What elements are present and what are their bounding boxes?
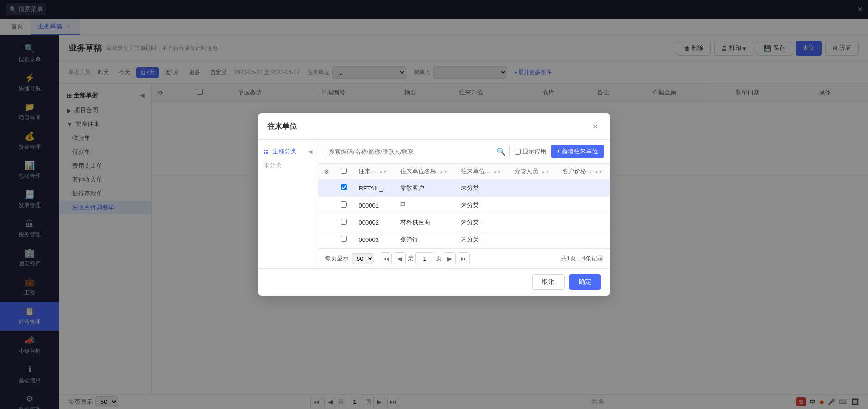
row-assignee-cell [509,231,557,248]
dialog-col-assignee: 分管人员 ▲▼ [509,164,557,180]
dialog-col-category: 往来单位... ▲▼ [455,164,509,180]
dialog-search-box[interactable]: 🔍 [325,145,510,158]
dialog-pagination: ⏮ ◀ 第 页 ▶ ⏭ [380,252,470,264]
row-price-cell [557,180,610,197]
dialog-tree-all[interactable]: 全部分类 ◀ [258,144,318,159]
row-price-cell [557,197,610,214]
dialog-table-row[interactable]: 000001 甲 未分类 [318,197,610,214]
dialog-table-row[interactable]: RETAIL_... 零散客户 未分类 [318,180,610,197]
row-settings-cell [318,231,335,248]
row-settings-cell [318,197,335,214]
dialog-per-page-select[interactable]: 50 [352,253,374,264]
show-disabled-label: 显示停用 [522,147,547,156]
dialog-col-code: 往来... ▲▼ [353,164,395,180]
row-name-cell: 零散客户 [395,180,455,197]
add-partner-label: + 新增往来单位 [557,147,598,156]
cancel-button[interactable]: 取消 [532,274,565,290]
row-checkbox-cell[interactable] [335,214,353,231]
dialog-col-checkbox[interactable] [335,164,353,180]
row-checkbox[interactable] [341,219,347,225]
dialog-prev-btn[interactable]: ◀ [394,252,406,264]
dialog-close-button[interactable]: × [590,121,601,132]
dialog-main: 🔍 显示停用 + 新增往来单位 [318,140,610,268]
dialog-next-btn[interactable]: ▶ [444,252,456,264]
dialog-tree-unclassified[interactable]: 未分类 [258,159,318,171]
row-category-cell: 未分类 [455,214,509,231]
dialog-page-input[interactable] [415,252,434,264]
show-disabled-checkbox-label[interactable]: 显示停用 [515,147,547,156]
row-code-cell: 000001 [353,197,395,214]
row-checkbox-cell[interactable] [335,197,353,214]
row-checkbox-cell[interactable] [335,231,353,248]
dialog-body: 全部分类 ◀ 未分类 🔍 显示停用 [258,140,610,268]
dialog-table-row[interactable]: 000002 材料供应商 未分类 [318,214,610,231]
row-checkbox[interactable] [341,201,347,208]
dialog-title: 往来单位 [267,122,297,132]
row-code-cell: 000003 [353,231,395,248]
dialog-table: ⚙ 往来... ▲▼ 往来单位名称 [318,164,610,248]
row-settings-cell [318,214,335,231]
dialog-header: 往来单位 × [258,113,610,140]
dialog-page-label: 第 [408,254,414,263]
dialog-actions: 取消 确定 [258,268,610,296]
dialog-select-all[interactable] [341,168,347,174]
dialog-sidebar: 全部分类 ◀ 未分类 [258,140,318,268]
dialog-tree-unclassified-label: 未分类 [264,162,282,169]
dialog-last-btn[interactable]: ⏭ [458,252,470,264]
dialog-page-suffix: 页 [436,254,442,263]
row-code-cell: RETAIL_... [353,180,395,197]
dialog-tree-all-label: 全部分类 [272,147,296,156]
dialog-col-price: 客户价格... ▲▼ [557,164,610,180]
dialog-col-settings[interactable]: ⚙ [318,164,335,180]
sort-icon-price: ▲▼ [594,170,603,174]
row-name-cell: 材料供应商 [395,214,455,231]
row-category-cell: 未分类 [455,197,509,214]
dialog-search-icon: 🔍 [497,147,506,156]
dialog-col-name: 往来单位名称 ▲▼ [395,164,455,180]
row-code-cell: 000002 [353,214,395,231]
row-assignee-cell [509,197,557,214]
collapse-left-icon[interactable]: ◀ [308,149,312,155]
dialog-table-wrapper: ⚙ 往来... ▲▼ 往来单位名称 [318,164,610,248]
dialog-first-btn[interactable]: ⏮ [380,252,392,264]
show-disabled-checkbox[interactable] [515,149,521,155]
dialog-pagination-bar: 每页显示 50 ⏮ ◀ 第 页 ▶ ⏭ 共1页，4条记录 [318,248,610,268]
row-price-cell [557,214,610,231]
sort-icon-name: ▲▼ [440,170,448,174]
sort-icon-category: ▲▼ [493,170,501,174]
sort-icon-assignee: ▲▼ [541,170,550,174]
dialog-total-info: 共1页，4条记录 [561,254,604,263]
dialog-toolbar: 🔍 显示停用 + 新增往来单位 [318,140,610,164]
settings-icon: ⚙ [324,168,329,175]
row-assignee-cell [509,214,557,231]
dialog-search-input[interactable] [329,148,494,155]
partner-dialog: 往来单位 × 全部分类 [258,113,610,296]
dialog-per-page: 每页显示 50 [325,253,374,264]
dialog-table-row[interactable]: 000003 张筛得 未分类 [318,231,610,248]
row-price-cell [557,231,610,248]
row-name-cell: 甲 [395,197,455,214]
row-checkbox[interactable] [341,184,347,190]
row-checkbox[interactable] [341,236,347,242]
row-name-cell: 张筛得 [395,231,455,248]
confirm-button[interactable]: 确定 [569,274,601,290]
row-assignee-cell [509,180,557,197]
grid-dot-icon [264,150,268,154]
dialog-per-page-label: 每页显示 [325,254,349,263]
row-category-cell: 未分类 [455,180,509,197]
dialog-overlay[interactable]: 往来单位 × 全部分类 [0,0,868,409]
add-partner-button[interactable]: + 新增往来单位 [551,145,604,158]
row-settings-cell [318,180,335,197]
row-checkbox-cell[interactable] [335,180,353,197]
sort-icon-code: ▲▼ [379,170,387,174]
row-category-cell: 未分类 [455,231,509,248]
